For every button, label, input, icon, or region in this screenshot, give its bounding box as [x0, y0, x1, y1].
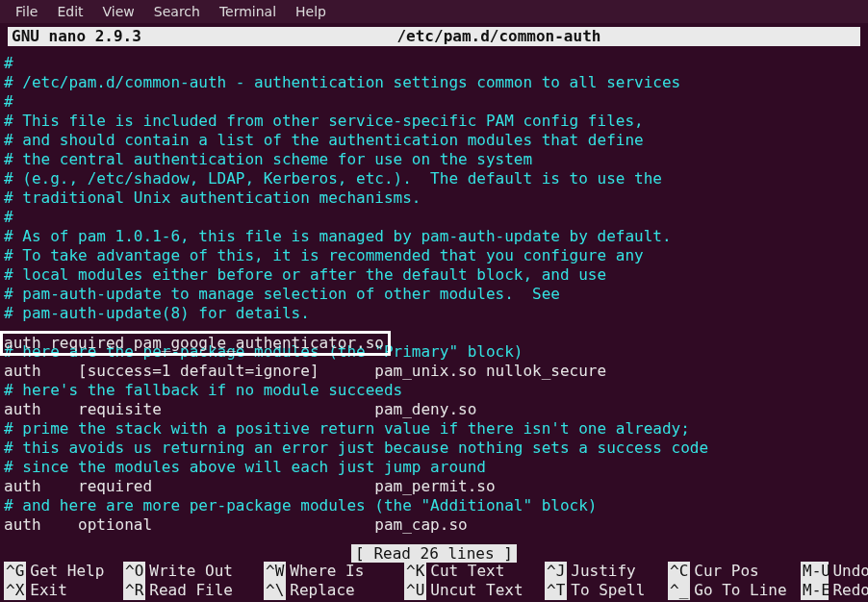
shortcut-key: ^R [123, 581, 145, 600]
editor-area[interactable]: ## /etc/pam.d/common-auth - authenticati… [0, 46, 868, 535]
shortcut-go-to-line[interactable]: ^_Go To Line [668, 581, 801, 600]
menubar: File Edit View Search Terminal Help [0, 0, 868, 23]
shortcut-cut-text[interactable]: ^KCut Text [404, 562, 545, 581]
shortcut-label: Go To Line [690, 581, 788, 600]
shortcut-label: Cur Pos [690, 562, 760, 581]
status-bar: [ Read 26 lines ] [0, 544, 868, 564]
editor-line[interactable]: # and should contain a list of the authe… [4, 131, 864, 150]
editor-line[interactable]: # prime the stack with a positive return… [4, 419, 864, 439]
shortcut-redo[interactable]: M-ERedo [801, 581, 868, 600]
editor-line[interactable]: # This file is included from other servi… [4, 112, 864, 131]
shortcut-label: Undo [829, 562, 868, 581]
editor-line[interactable]: # the central authentication scheme for … [4, 150, 864, 169]
menu-search[interactable]: Search [144, 0, 210, 23]
editor-line[interactable]: # local modules either before or after t… [4, 265, 864, 285]
editor-line[interactable]: # pam-auth-update to manage selection of… [4, 285, 864, 304]
shortcut-justify[interactable]: ^JJustify [545, 562, 668, 581]
nano-titlebar: GNU nano 2.9.3 /etc/pam.d/common-auth [8, 27, 860, 46]
shortcut-key: ^C [668, 562, 690, 581]
editor-line[interactable]: # [4, 54, 864, 73]
shortcut-label: Uncut Text [426, 581, 524, 600]
shortcut-key: ^O [123, 562, 145, 581]
shortcut-where-is[interactable]: ^WWhere Is [264, 562, 404, 581]
shortcut-uncut-text[interactable]: ^UUncut Text [404, 581, 545, 600]
nano-file-name: /etc/pam.d/common-auth [141, 27, 856, 46]
shortcut-label: Redo [829, 581, 868, 600]
shortcut-key: ^X [4, 581, 26, 600]
shortcut-key: ^G [4, 562, 26, 581]
shortcut-label: Read File [145, 581, 235, 600]
editor-line[interactable]: auth [success=1 default=ignore] pam_unix… [4, 362, 864, 381]
editor-line[interactable]: auth required pam_permit.so [4, 477, 864, 496]
shortcut-key: ^_ [668, 581, 690, 600]
editor-line[interactable]: # As of pam 1.0.1-6, this file is manage… [4, 227, 864, 246]
shortcut-label: To Spell [567, 581, 647, 600]
shortcut-key: ^J [545, 562, 567, 581]
editor-line[interactable]: # To take advantage of this, it is recom… [4, 246, 864, 265]
menu-edit[interactable]: Edit [47, 0, 92, 23]
shortcut-undo[interactable]: M-UUndo [801, 562, 868, 581]
shortcut-label: Exit [26, 581, 69, 600]
menu-terminal[interactable]: Terminal [210, 0, 286, 23]
shortcut-label: Get Help [26, 562, 106, 581]
shortcut-label: Justify [567, 562, 637, 581]
shortcut-cur-pos[interactable]: ^CCur Pos [668, 562, 801, 581]
shortcut-key: M-U [801, 562, 829, 581]
shortcut-key: ^K [404, 562, 426, 581]
shortcut-label: Cut Text [426, 562, 506, 581]
shortcut-key: ^\ [264, 581, 286, 600]
editor-line[interactable]: # pam-auth-update(8) for details. [4, 304, 864, 323]
editor-line[interactable]: # this avoids us returning an error just… [4, 439, 864, 458]
menu-view[interactable]: View [93, 0, 144, 23]
shortcut-get-help[interactable]: ^GGet Help [4, 562, 123, 581]
menu-help[interactable]: Help [286, 0, 336, 23]
editor-line[interactable]: auth optional pam_cap.so [4, 515, 864, 535]
highlight-line-text: auth required pam_google_authenticator.s… [4, 334, 384, 353]
editor-line[interactable]: # traditional Unix authentication mechan… [4, 188, 864, 208]
shortcut-exit[interactable]: ^XExit [4, 581, 123, 600]
shortcut-key: ^U [404, 581, 426, 600]
menu-file[interactable]: File [6, 0, 47, 23]
shortcut-label: Write Out [145, 562, 235, 581]
editor-line[interactable]: # (e.g., /etc/shadow, LDAP, Kerberos, et… [4, 169, 864, 188]
nano-app-name: GNU nano 2.9.3 [12, 27, 141, 46]
shortcut-to-spell[interactable]: ^TTo Spell [545, 581, 668, 600]
shortcut-key: M-E [801, 581, 829, 600]
editor-line[interactable]: # here's the fallback if no module succe… [4, 381, 864, 400]
status-text: [ Read 26 lines ] [351, 544, 517, 563]
shortcut-label: Where Is [286, 562, 366, 581]
shortcut-key: ^T [545, 581, 567, 600]
shortcut-read-file[interactable]: ^RRead File [123, 581, 264, 600]
editor-line[interactable]: # /etc/pam.d/common-auth - authenticatio… [4, 73, 864, 92]
editor-line[interactable]: # since the modules above will each just… [4, 458, 864, 477]
editor-line[interactable]: # and here are more per-package modules … [4, 496, 864, 515]
shortcut-replace[interactable]: ^\Replace [264, 581, 404, 600]
shortcut-key: ^W [264, 562, 286, 581]
shortcut-write-out[interactable]: ^OWrite Out [123, 562, 264, 581]
editor-line[interactable]: auth requisite pam_deny.so [4, 400, 864, 419]
highlight-box: auth required pam_google_authenticator.s… [0, 331, 391, 356]
shortcut-label: Replace [286, 581, 356, 600]
shortcuts: ^GGet Help^OWrite Out^WWhere Is^KCut Tex… [0, 562, 868, 602]
editor-line[interactable]: # [4, 208, 864, 227]
editor-line[interactable]: # [4, 92, 864, 112]
